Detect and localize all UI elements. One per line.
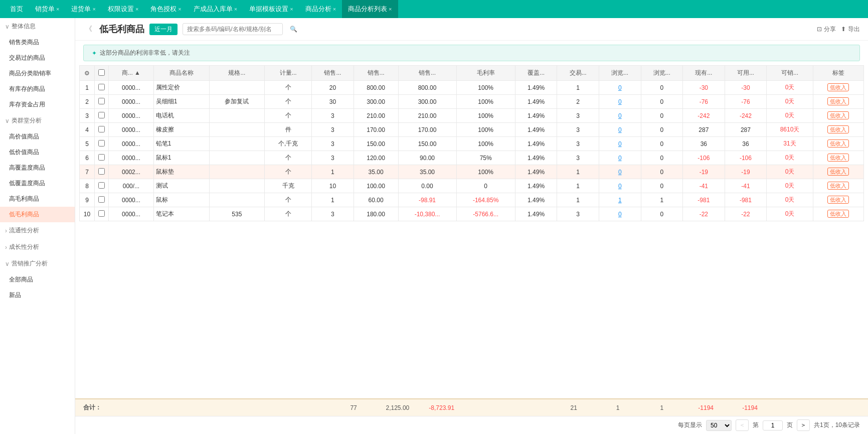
- row-checkbox[interactable]: [98, 210, 105, 217]
- col-header-trade[interactable]: 交易...: [557, 66, 599, 81]
- row-browse1[interactable]: 0: [599, 151, 641, 165]
- select-all-checkbox[interactable]: [98, 69, 105, 76]
- row-browse1[interactable]: 0: [599, 95, 641, 109]
- sidebar-item-low-value[interactable]: 低价值商品: [0, 144, 75, 160]
- col-header-coverage[interactable]: 覆盖...: [515, 66, 557, 81]
- col-header-available[interactable]: 可用...: [725, 66, 767, 81]
- row-sellable: 31天: [767, 137, 813, 151]
- sidebar-item-stock-capital[interactable]: 库存资金占用: [0, 97, 75, 112]
- nav-analysis-list[interactable]: 商品分析列表 ×: [342, 0, 398, 18]
- close-icon[interactable]: ×: [290, 6, 293, 12]
- row-browse1[interactable]: 0: [599, 81, 641, 95]
- sidebar-item-stock-products[interactable]: 有库存的商品: [0, 81, 75, 97]
- sidebar-item-high-value[interactable]: 高价值商品: [0, 129, 75, 144]
- page-number-input[interactable]: [763, 420, 783, 430]
- row-checkbox[interactable]: [98, 182, 105, 189]
- sidebar-group-growth[interactable]: › 成长性分析: [0, 239, 75, 255]
- col-header-sales-amount[interactable]: 销售...: [398, 66, 456, 81]
- sidebar-item-new-products[interactable]: 新品: [0, 287, 75, 303]
- row-browse1[interactable]: 0: [599, 165, 641, 179]
- sidebar-item-low-coverage[interactable]: 低覆盖度商品: [0, 176, 75, 191]
- sidebar-item-category-rate[interactable]: 商品分类助销率: [0, 66, 75, 81]
- next-page-button[interactable]: ＞: [797, 419, 810, 431]
- row-check[interactable]: [95, 165, 109, 179]
- close-icon[interactable]: ×: [56, 6, 59, 12]
- row-check[interactable]: [95, 95, 109, 109]
- row-checkbox[interactable]: [98, 98, 105, 104]
- nav-template[interactable]: 单据模板设置 ×: [243, 0, 299, 18]
- row-checkbox[interactable]: [98, 168, 105, 175]
- row-browse1[interactable]: 1: [599, 193, 641, 207]
- row-checkbox[interactable]: [98, 154, 105, 161]
- sidebar-group-cluster[interactable]: ∨ 类群堂分析: [0, 112, 75, 129]
- col-header-browse2[interactable]: 浏览...: [641, 66, 683, 81]
- row-current: -19: [683, 165, 725, 179]
- search-icon[interactable]: 🔍: [290, 26, 297, 33]
- row-check[interactable]: [95, 193, 109, 207]
- row-browse1[interactable]: 0: [599, 123, 641, 137]
- row-check[interactable]: [95, 179, 109, 193]
- sidebar-item-sales-products[interactable]: 销售类商品: [0, 35, 75, 50]
- sidebar-item-high-coverage[interactable]: 高覆盖度商品: [0, 160, 75, 176]
- nav-roles[interactable]: 角色授权 ×: [144, 0, 187, 18]
- col-header-sales-price[interactable]: 销售...: [354, 66, 398, 81]
- col-header-name[interactable]: 商品名称: [153, 66, 209, 81]
- sidebar-item-high-margin[interactable]: 高毛利商品: [0, 191, 75, 207]
- share-icon: ⊡: [817, 26, 822, 33]
- close-icon[interactable]: ×: [178, 6, 181, 12]
- sidebar-group-marketing[interactable]: ∨ 营销推广分析: [0, 255, 75, 272]
- row-check[interactable]: [95, 81, 109, 95]
- row-browse1[interactable]: 0: [599, 109, 641, 123]
- sidebar-group-overall[interactable]: ∨ 整体信息: [0, 18, 75, 35]
- col-header-tag[interactable]: 标签: [813, 66, 863, 81]
- export-button[interactable]: ⬆ 导出: [841, 25, 860, 34]
- row-index: 5: [80, 137, 95, 151]
- col-header-current[interactable]: 现有...: [683, 66, 725, 81]
- sidebar-item-all-products[interactable]: 全部商品: [0, 272, 75, 287]
- col-header-spec[interactable]: 规格...: [209, 66, 265, 81]
- col-header-check: [95, 66, 109, 81]
- row-sellable: 0天: [767, 109, 813, 123]
- row-checkbox[interactable]: [98, 196, 105, 203]
- close-icon[interactable]: ×: [333, 6, 336, 12]
- close-icon[interactable]: ×: [234, 6, 237, 12]
- col-header-settings[interactable]: ⚙: [80, 66, 95, 81]
- nav-product-entry[interactable]: 产成品入库单 ×: [188, 0, 243, 18]
- row-available: -981: [725, 193, 767, 207]
- row-checkbox[interactable]: [98, 126, 105, 132]
- date-filter-button[interactable]: 近一月: [149, 24, 178, 35]
- nav-sales[interactable]: 销货单 ×: [29, 0, 65, 18]
- prev-page-button[interactable]: ＜: [736, 419, 749, 431]
- row-check[interactable]: [95, 207, 109, 221]
- search-input[interactable]: [183, 23, 283, 35]
- close-icon[interactable]: ×: [389, 6, 392, 12]
- page-size-select[interactable]: 50 100 200: [706, 420, 732, 431]
- sidebar-item-low-margin[interactable]: 低毛利商品: [0, 207, 75, 222]
- row-check[interactable]: [95, 109, 109, 123]
- share-button[interactable]: ⊡ 分享: [817, 25, 836, 34]
- col-header-gross-margin[interactable]: 毛利率: [456, 66, 515, 81]
- nav-purchase[interactable]: 进货单 ×: [65, 0, 101, 18]
- row-browse1[interactable]: 0: [599, 179, 641, 193]
- row-checkbox[interactable]: [98, 112, 105, 118]
- sidebar-group-circulation[interactable]: › 流通性分析: [0, 222, 75, 239]
- sidebar-item-traded-products[interactable]: 交易过的商品: [0, 50, 75, 66]
- col-header-sellable[interactable]: 可销...: [767, 66, 813, 81]
- row-checkbox[interactable]: [98, 140, 105, 147]
- row-checkbox[interactable]: [98, 84, 105, 90]
- close-icon[interactable]: ×: [92, 6, 95, 12]
- nav-home[interactable]: 首页: [4, 0, 29, 18]
- col-header-unit[interactable]: 计量...: [265, 66, 312, 81]
- row-browse1[interactable]: 0: [599, 137, 641, 151]
- nav-analysis[interactable]: 商品分析 ×: [299, 0, 342, 18]
- col-header-code[interactable]: 商... ▲: [109, 66, 154, 81]
- col-header-browse1[interactable]: 浏览...: [599, 66, 641, 81]
- close-icon[interactable]: ×: [135, 6, 138, 12]
- row-check[interactable]: [95, 123, 109, 137]
- row-check[interactable]: [95, 137, 109, 151]
- row-check[interactable]: [95, 151, 109, 165]
- collapse-sidebar-button[interactable]: 《: [83, 25, 94, 34]
- col-header-sales-qty[interactable]: 销售...: [312, 66, 354, 81]
- nav-permissions[interactable]: 权限设置 ×: [102, 0, 144, 18]
- row-browse1[interactable]: 0: [599, 207, 641, 221]
